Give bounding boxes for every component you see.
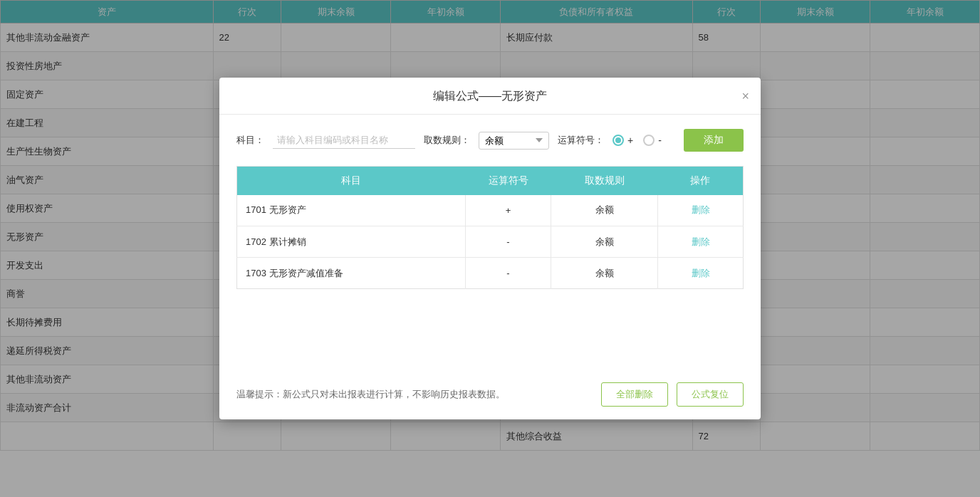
formula-operator-cell: - <box>466 258 551 289</box>
formula-table-row: 1701 无形资产+余额删除 <box>237 195 744 226</box>
col-action: 操作 <box>658 167 744 195</box>
formula-action-cell: 删除 <box>658 195 744 226</box>
formula-rule-cell: 余额 <box>551 258 658 289</box>
operator-label: 运算符号： <box>558 134 604 147</box>
footer-actions: 全部删除 公式复位 <box>601 382 744 407</box>
delete-row-button[interactable]: 删除 <box>692 268 710 278</box>
rule-select[interactable]: 余额 借方 贷方 借方发生额 贷方发生额 <box>479 132 549 150</box>
footer-hint: 温馨提示：新公式只对未出报表进行计算，不影响历史报表数据。 <box>236 388 505 401</box>
delete-row-button[interactable]: 删除 <box>692 204 710 215</box>
reset-formula-button[interactable]: 公式复位 <box>677 382 744 407</box>
formula-operator-cell: - <box>466 226 551 258</box>
modal-overlay: 编辑公式——无形资产 × 科目： 取数规则： 余额 借方 贷方 借方发生额 贷方… <box>0 0 980 497</box>
rule-label: 取数规则： <box>424 134 470 147</box>
formula-subject-cell: 1701 无形资产 <box>237 195 466 226</box>
modal-header: 编辑公式——无形资产 × <box>219 78 761 115</box>
formula-rule-cell: 余额 <box>551 226 658 258</box>
operator-radio-group: + - <box>612 135 662 146</box>
operator-plus-label: + <box>627 135 633 146</box>
formula-operator-cell: + <box>466 195 551 226</box>
subject-input[interactable] <box>273 132 415 149</box>
formula-table-row: 1702 累计摊销-余额删除 <box>237 226 744 258</box>
add-button[interactable]: 添加 <box>684 129 744 152</box>
col-rule: 取数规则 <box>551 167 658 195</box>
modal-close-button[interactable]: × <box>741 90 749 103</box>
delete-all-button[interactable]: 全部删除 <box>601 382 668 407</box>
modal-body: 科目： 取数规则： 余额 借方 贷方 借方发生额 贷方发生额 运算符号： + <box>219 115 761 372</box>
delete-row-button[interactable]: 删除 <box>692 236 710 247</box>
col-operator: 运算符号 <box>466 167 551 195</box>
operator-minus-option[interactable]: - <box>643 135 662 146</box>
operator-plus-option[interactable]: + <box>612 135 633 146</box>
form-row: 科目： 取数规则： 余额 借方 贷方 借方发生额 贷方发生额 运算符号： + <box>236 129 744 152</box>
modal-footer: 温馨提示：新公式只对未出报表进行计算，不影响历史报表数据。 全部删除 公式复位 <box>219 372 761 419</box>
operator-plus-radio[interactable] <box>612 135 624 146</box>
operator-minus-label: - <box>658 135 662 146</box>
formula-table-row: 1703 无形资产减值准备-余额删除 <box>237 258 744 289</box>
formula-subject-cell: 1702 累计摊销 <box>237 226 466 258</box>
modal-title: 编辑公式——无形资产 <box>433 89 547 104</box>
formula-table-header-row: 科目 运算符号 取数规则 操作 <box>237 167 744 195</box>
formula-rule-cell: 余额 <box>551 195 658 226</box>
formula-table: 科目 运算符号 取数规则 操作 1701 无形资产+余额删除1702 累计摊销-… <box>236 166 744 289</box>
subject-label: 科目： <box>236 134 264 147</box>
operator-minus-radio[interactable] <box>643 135 655 146</box>
formula-table-body: 1701 无形资产+余额删除1702 累计摊销-余额删除1703 无形资产减值准… <box>237 195 744 289</box>
modal-dialog: 编辑公式——无形资产 × 科目： 取数规则： 余额 借方 贷方 借方发生额 贷方… <box>219 78 761 419</box>
col-subject: 科目 <box>237 167 466 195</box>
formula-subject-cell: 1703 无形资产减值准备 <box>237 258 466 289</box>
formula-action-cell: 删除 <box>658 226 744 258</box>
formula-action-cell: 删除 <box>658 258 744 289</box>
